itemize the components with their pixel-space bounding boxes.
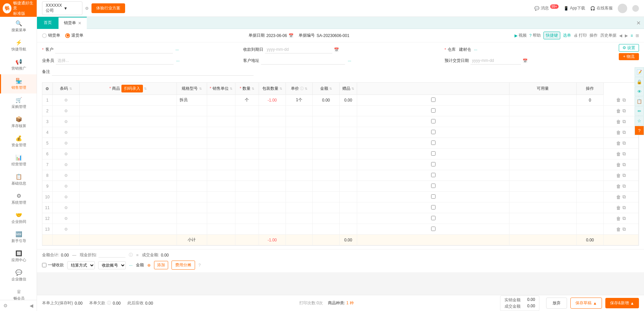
delete-icon[interactable]: 🗑: [616, 130, 621, 135]
customer-address-input[interactable]: [261, 57, 345, 65]
delete-icon[interactable]: 🗑: [616, 216, 621, 221]
gift-checkbox[interactable]: [431, 108, 435, 113]
row-pkgqty[interactable]: 1个: [286, 95, 312, 106]
row-amount[interactable]: [339, 149, 357, 159]
row-barcode[interactable]: [79, 213, 177, 224]
row-price[interactable]: [312, 202, 339, 213]
payment-calendar-icon[interactable]: 📅: [334, 47, 339, 52]
gift-checkbox[interactable]: [431, 151, 435, 156]
save-new-button[interactable]: 保存&新增 ▲: [605, 298, 639, 308]
row-price[interactable]: [312, 149, 339, 159]
row-remark[interactable]: [509, 159, 576, 170]
gift-checkbox[interactable]: [431, 184, 435, 188]
row-product[interactable]: [177, 106, 207, 116]
tab-close-icon[interactable]: ✕: [78, 21, 81, 26]
return-order-radio[interactable]: 退货单: [65, 33, 83, 38]
row-amount[interactable]: 0.00: [339, 95, 357, 106]
online-service-button[interactable]: 🎧 在线客服: [590, 5, 613, 11]
row-unit[interactable]: [235, 106, 259, 116]
list-view-icon[interactable]: ≡: [631, 33, 633, 38]
row-qty[interactable]: [259, 127, 286, 138]
gift-checkbox[interactable]: [431, 98, 435, 102]
row-amount[interactable]: [339, 159, 357, 170]
settlement-method-select[interactable]: 结算方式: [67, 261, 95, 269]
row-remark[interactable]: [509, 138, 576, 149]
row-qty[interactable]: [259, 138, 286, 149]
row-setting[interactable]: ⚙: [52, 149, 79, 159]
row-qty[interactable]: [259, 202, 286, 213]
delete-icon[interactable]: 🗑: [616, 108, 621, 114]
delete-icon[interactable]: 🗑: [616, 194, 621, 200]
flow-button[interactable]: + 物流: [619, 53, 639, 60]
draft-button[interactable]: 保存草稿 ▲: [570, 298, 602, 309]
row-pkgqty[interactable]: [286, 106, 312, 116]
row-amount[interactable]: [339, 202, 357, 213]
expected-delivery-input[interactable]: [470, 57, 521, 65]
one-click-checkbox[interactable]: [42, 263, 46, 267]
help-btn[interactable]: ? 帮助: [529, 33, 541, 38]
row-product[interactable]: [177, 138, 207, 149]
row-unit[interactable]: [235, 116, 259, 127]
row-remark[interactable]: [509, 127, 576, 138]
history-btn[interactable]: 历史单据: [600, 33, 616, 38]
company-selector[interactable]: XXXXXX公司 ▼: [42, 1, 82, 15]
row-setting[interactable]: ⚙: [52, 138, 79, 149]
row-barcode[interactable]: [79, 95, 177, 106]
settings-button[interactable]: ⚙ 设置: [619, 44, 639, 52]
row-product[interactable]: [177, 181, 207, 192]
copy-icon[interactable]: ⧉: [622, 119, 626, 124]
row-unit[interactable]: [235, 170, 259, 181]
row-amount[interactable]: [339, 224, 357, 235]
delete-icon[interactable]: 🗑: [616, 151, 621, 157]
row-qty[interactable]: [259, 106, 286, 116]
row-gift[interactable]: [357, 127, 509, 138]
tab-sales[interactable]: 销货单 ✕: [59, 17, 87, 29]
row-pkgqty[interactable]: [286, 170, 312, 181]
row-setting[interactable]: ⚙: [52, 95, 79, 106]
row-unit[interactable]: [235, 127, 259, 138]
right-tool-5[interactable]: ✏: [635, 106, 644, 116]
settings-bottom-icon[interactable]: ⚙: [3, 303, 8, 308]
row-remark[interactable]: [509, 213, 576, 224]
row-remark[interactable]: [509, 170, 576, 181]
row-spec[interactable]: [207, 170, 235, 181]
row-barcode[interactable]: [79, 170, 177, 181]
copy-icon[interactable]: ⧉: [622, 108, 626, 114]
row-barcode[interactable]: [79, 106, 177, 116]
row-pkgqty[interactable]: [286, 224, 312, 235]
copy-icon[interactable]: ⧉: [622, 129, 626, 135]
row-price[interactable]: [312, 127, 339, 138]
row-setting[interactable]: ⚙: [52, 181, 79, 192]
gear-icon[interactable]: ⚙: [85, 6, 89, 11]
sidebar-item-purchase[interactable]: 🛒 采购管理: [0, 93, 37, 113]
row-gift[interactable]: [357, 202, 509, 213]
collapse-icon[interactable]: ◀: [30, 303, 33, 308]
price-info-icon[interactable]: ⓘ: [300, 86, 304, 90]
gift-checkbox[interactable]: [431, 119, 435, 123]
address-more-icon[interactable]: ···: [348, 59, 351, 63]
row-gift[interactable]: [357, 159, 509, 170]
payment-due-input[interactable]: [265, 46, 332, 53]
row-spec[interactable]: [207, 192, 235, 202]
row-price[interactable]: [312, 213, 339, 224]
row-pkgqty[interactable]: [286, 138, 312, 149]
row-qty[interactable]: [259, 181, 286, 192]
right-tool-6[interactable]: ☆: [635, 116, 644, 125]
row-pkgqty[interactable]: [286, 116, 312, 127]
sidebar-item-finance[interactable]: 💰 资金管理: [0, 132, 37, 151]
row-barcode[interactable]: [79, 159, 177, 170]
video-btn[interactable]: ▶ 视频: [515, 33, 527, 38]
row-setting[interactable]: ⚙: [52, 127, 79, 138]
row-amount[interactable]: [339, 127, 357, 138]
sidebar-item-sales[interactable]: 🏪 销售管理: [0, 74, 37, 93]
row-price[interactable]: [312, 106, 339, 116]
row-unit[interactable]: [235, 149, 259, 159]
row-setting[interactable]: ⚙: [52, 213, 79, 224]
delete-icon[interactable]: 🗑: [616, 119, 621, 124]
salesman-more-icon[interactable]: ···: [176, 59, 180, 63]
message-button[interactable]: 💬 消息 99+: [534, 5, 559, 11]
row-pkgqty[interactable]: [286, 213, 312, 224]
row-gift[interactable]: [357, 170, 509, 181]
row-gift[interactable]: [357, 192, 509, 202]
copy-icon[interactable]: ⧉: [622, 216, 626, 221]
